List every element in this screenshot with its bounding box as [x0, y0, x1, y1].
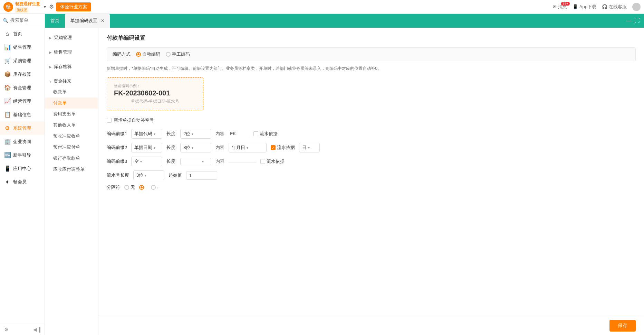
manual-code-radio[interactable]: 手工编码: [166, 51, 190, 57]
serial-length-select[interactable]: 3位 ▾: [133, 170, 164, 180]
code-preview: 当前编码示例： FK-20230602-001 单据代码-单据日期-流水号: [107, 77, 203, 110]
sidebar-item-enterprise[interactable]: 🏢 企业协同: [0, 135, 45, 148]
enterprise-icon: 🏢: [4, 138, 10, 145]
sidebar-item-home[interactable]: ⌂ 首页: [0, 27, 45, 40]
serial2-unit-select[interactable]: 日 ▾: [299, 143, 320, 152]
topbar-dropdown[interactable]: ▼: [43, 4, 47, 9]
sidebar-item-operation[interactable]: 📈 经营管理: [0, 94, 45, 108]
topbar-right: ✉ 消息 99+ 📱 App下载 🎧 在线客服: [553, 3, 641, 11]
submenu-item-bank-deposit[interactable]: 银行存取款单: [45, 153, 98, 164]
prefix2-select[interactable]: 单据日期 ▾: [131, 143, 162, 152]
message-button[interactable]: ✉ 消息 99+: [553, 4, 567, 10]
chevron-down-icon: ▾: [154, 132, 155, 136]
prefix1-select[interactable]: 单据代码 ▾: [131, 129, 162, 139]
submenu-item-ap-adjust[interactable]: 应收应付调整单: [45, 164, 98, 175]
sidebar-item-sales[interactable]: 📊 销售管理: [0, 40, 45, 54]
manual-code-radio-circle: [166, 52, 171, 57]
content1-label: 内容: [215, 131, 224, 137]
layout: 🔍 搜索菜单 ⌂ 首页 📊 销售管理 🛒 采购管理 📦 库存核算 🏠 资金管理 …: [0, 14, 644, 335]
user-avatar[interactable]: [632, 3, 641, 11]
chevron-down-icon: ▾: [145, 174, 146, 177]
settings-bottom-icon[interactable]: ⚙: [4, 327, 9, 332]
sidebar: 🔍 搜索菜单 ⌂ 首页 📊 销售管理 🛒 采购管理 📦 库存核算 🏠 资金管理 …: [0, 14, 45, 335]
submenu-group-inventory: ▶ 库存核算: [45, 59, 98, 74]
prefix3-select[interactable]: 空 ▾: [131, 157, 162, 166]
submenu-group-purchase: ▶ 采购管理: [45, 30, 98, 45]
tab-maximize-icon[interactable]: ⛶: [634, 18, 640, 24]
submenu-item-other-income[interactable]: 其他收入单: [45, 120, 98, 131]
page-content: 付款单编码设置 编码方式 自动编码 手工编码: [98, 28, 644, 316]
content3-label: 内容: [215, 158, 224, 165]
separator-dash-radio[interactable]: ·: [151, 185, 158, 190]
submenu-item-receipt[interactable]: 收款单: [45, 86, 98, 97]
separator-none-radio[interactable]: 无: [124, 184, 135, 190]
chevron-down-icon: ▾: [308, 146, 310, 150]
submenu-item-prepay-payment[interactable]: 预付冲应付单: [45, 142, 98, 153]
solution-button[interactable]: 体验行业方案: [56, 2, 91, 11]
length2-select[interactable]: 8位 ▾: [180, 143, 211, 152]
app-download-button[interactable]: 📱 App下载: [573, 4, 596, 10]
sidebar-item-purchase[interactable]: 🛒 采购管理: [0, 54, 45, 67]
separator-dot-circle: [139, 185, 144, 190]
sidebar-search[interactable]: 🔍 搜索菜单: [0, 14, 45, 27]
tab-close-icon[interactable]: ✕: [101, 18, 104, 23]
code-mode-label: 编码方式: [113, 51, 131, 57]
serial3-checkbox[interactable]: [260, 159, 265, 164]
length1-select[interactable]: 2位 ▾: [180, 129, 211, 139]
chevron-down-icon: ▾: [202, 160, 204, 164]
tab-home[interactable]: 首页: [45, 14, 65, 28]
submenu-header-sales[interactable]: ▶ 销售管理: [45, 47, 98, 57]
submenu-header-finance[interactable]: ∨ 资金往来: [45, 76, 98, 86]
collapse-icon[interactable]: ◀▐: [33, 327, 40, 332]
submenu-header-purchase[interactable]: ▶ 采购管理: [45, 32, 98, 43]
serial-start-input[interactable]: [186, 171, 217, 180]
submenu-item-prepay-receipt[interactable]: 预收冲应收单: [45, 131, 98, 142]
purchase-icon: 🛒: [4, 57, 10, 64]
length1-label: 长度: [166, 131, 176, 137]
serial-start-label: 起始值: [169, 172, 182, 178]
submenu-item-payment[interactable]: 付款单: [45, 97, 98, 109]
settings-icon[interactable]: ⚙: [49, 3, 54, 10]
sidebar-item-guide[interactable]: 🆕 新手引导: [0, 148, 45, 162]
prefix3-label: 编码前缀3: [107, 158, 127, 165]
serial3-label: 流水依据: [267, 158, 285, 165]
operation-icon: 📈: [4, 98, 10, 104]
tab-code-settings[interactable]: 单据编码设置 ✕: [65, 14, 110, 28]
headset-icon: 🎧: [602, 4, 607, 9]
content2-select[interactable]: 年月日 ▾: [229, 143, 267, 152]
tab-bar-actions: — ⛶: [626, 18, 644, 24]
tab-minimize-icon[interactable]: —: [626, 18, 632, 24]
sidebar-item-basic[interactable]: 📋 基础信息: [0, 108, 45, 121]
sidebar-item-apps[interactable]: 📱 应用中心: [0, 162, 45, 175]
sidebar-item-inventory[interactable]: 📦 库存核算: [0, 67, 45, 81]
content: ▶ 采购管理 ▶ 销售管理 ▶ 库存核算: [45, 28, 644, 335]
topbar-dropdown-arrow: ▼: [43, 4, 47, 9]
message-icon: ✉: [553, 4, 557, 9]
submenu-item-expense[interactable]: 费用支出单: [45, 109, 98, 120]
auto-fill-checkbox-row[interactable]: 新增单据自动补空号: [107, 117, 636, 123]
serial1-checkbox[interactable]: [253, 131, 258, 136]
service-button[interactable]: 🎧 在线客服: [602, 4, 627, 10]
content2-label: 内容: [215, 145, 224, 151]
serial1-label: 流水依据: [260, 131, 278, 137]
length3-label: 长度: [166, 158, 176, 165]
phone-icon: 📱: [573, 4, 578, 9]
page-title: 付款单编码设置: [107, 35, 636, 42]
length3-select[interactable]: ▾: [180, 158, 211, 165]
save-button[interactable]: 保存: [609, 320, 636, 332]
serial3-checkbox-row: 流水依据: [260, 158, 285, 165]
sidebar-item-finance[interactable]: 🏠 资金管理: [0, 81, 45, 94]
submenu-group-finance: ∨ 资金往来 收款单 付款单 费用支出单 其他收入单 预收冲应收单 预付冲应付单…: [45, 74, 98, 177]
content1-value: FK: [229, 130, 249, 137]
sidebar-item-member[interactable]: ♦ 畅会员: [0, 175, 45, 188]
submenu-header-inventory[interactable]: ▶ 库存核算: [45, 62, 98, 72]
logo-text: 畅捷通好生意 旗舰版: [15, 1, 40, 13]
separator-dot-radio[interactable]: ·: [139, 185, 147, 190]
sidebar-item-system[interactable]: ⚙ 系统管理: [0, 121, 45, 135]
finance-icon: 🏠: [4, 84, 10, 91]
home-icon: ⌂: [4, 31, 10, 37]
auto-code-radio[interactable]: 自动编码: [136, 51, 160, 57]
logo-icon: 畅: [3, 2, 13, 12]
auto-fill-checkbox[interactable]: [107, 118, 112, 123]
serial2-checkbox[interactable]: ✓: [271, 145, 276, 150]
